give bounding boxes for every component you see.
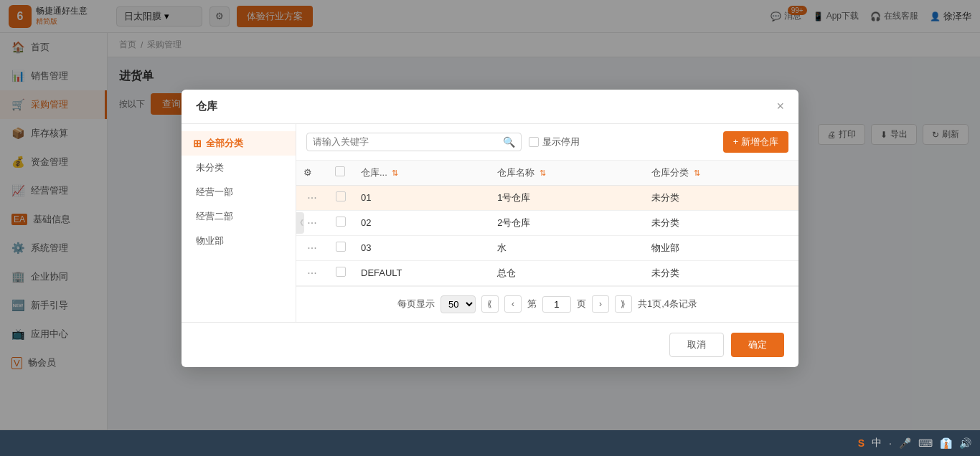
table-header-row: ⚙ 仓库... ⇅ 仓库名称: [296, 161, 798, 186]
row-checkbox[interactable]: [336, 242, 346, 252]
modal-overlay: 仓库 × 《 ⊞ 全部分类 未分类 经营一部 经营二部 物业部: [0, 0, 980, 456]
table-toolbar: 🔍 显示停用 + 新增仓库: [296, 124, 798, 161]
row-code: 03: [354, 235, 490, 260]
modal-body: 《 ⊞ 全部分类 未分类 经营一部 经营二部 物业部 🔍: [182, 124, 798, 322]
modal-close-button[interactable]: ×: [776, 100, 784, 113]
bottom-bar: S 中 · 🎤 ⌨ 👔 🔊: [0, 430, 980, 456]
bottom-icon-s: S: [858, 437, 864, 449]
search-icon[interactable]: 🔍: [503, 136, 515, 148]
table-row[interactable]: ··· DEFAULT 总仓 未分类: [296, 260, 798, 285]
table-panel: 🔍 显示停用 + 新增仓库 ⚙: [296, 124, 798, 322]
sort-icon-category[interactable]: ⇅: [694, 168, 700, 177]
modal-footer: 取消 确定: [182, 322, 798, 367]
page-last-button[interactable]: ⟫: [615, 295, 632, 313]
bottom-icon-mic: 🎤: [899, 437, 911, 449]
th-category: 仓库分类 ⇅: [644, 161, 798, 186]
bottom-icon-zh: 中: [872, 437, 882, 450]
table-row[interactable]: ··· 02 2号仓库 未分类: [296, 210, 798, 235]
per-page-select[interactable]: 50: [440, 295, 476, 313]
th-name-label: 仓库名称: [497, 167, 534, 178]
row-category: 物业部: [644, 235, 798, 260]
row-name: 1号仓库: [490, 185, 644, 210]
category-item-ops1[interactable]: 经营一部: [182, 180, 296, 204]
row-more[interactable]: ···: [296, 185, 328, 210]
sort-icon-name[interactable]: ⇅: [540, 168, 546, 177]
page-next-button[interactable]: ›: [592, 295, 609, 313]
row-checkbox[interactable]: [336, 217, 346, 227]
row-checkbox-cell: [328, 235, 354, 260]
row-code: 02: [354, 210, 490, 235]
modal-title: 仓库: [196, 100, 217, 113]
category-header[interactable]: ⊞ 全部分类: [182, 131, 296, 156]
warehouse-modal: 仓库 × 《 ⊞ 全部分类 未分类 经营一部 经营二部 物业部: [182, 90, 798, 367]
pagination-bar: 每页显示 50 ⟪ ‹ 第 页 › ⟫ 共1页,4条记录: [296, 286, 798, 322]
row-category: 未分类: [644, 185, 798, 210]
page-number-input[interactable]: [542, 296, 571, 313]
select-all-checkbox[interactable]: [335, 166, 345, 176]
row-more[interactable]: ···: [296, 235, 328, 260]
row-name: 总仓: [490, 260, 644, 285]
row-checkbox-cell: [328, 210, 354, 235]
grid-icon: ⊞: [193, 138, 202, 149]
category-all-label: 全部分类: [206, 137, 243, 150]
search-input-wrap: 🔍: [306, 133, 522, 151]
th-settings: ⚙: [296, 161, 328, 186]
row-checkbox[interactable]: [336, 267, 346, 277]
show-disabled-text: 显示停用: [542, 136, 580, 148]
search-input[interactable]: [313, 136, 503, 147]
bottom-icon-keyboard: ⌨: [918, 437, 933, 449]
table-row[interactable]: ··· 01 1号仓库 未分类: [296, 185, 798, 210]
category-item-property[interactable]: 物业部: [182, 229, 296, 253]
th-check: [328, 161, 354, 186]
th-category-label: 仓库分类: [651, 167, 689, 178]
show-disabled-checkbox[interactable]: [529, 137, 539, 147]
row-name: 水: [490, 235, 644, 260]
table-body: ··· 01 1号仓库 未分类 ··· 02 2号仓库 未分类 ··· 03 水…: [296, 185, 798, 285]
th-name: 仓库名称 ⇅: [490, 161, 644, 186]
row-more[interactable]: ···: [296, 260, 328, 285]
show-disabled-label[interactable]: 显示停用: [529, 136, 580, 148]
bottom-icon-volume: 🔊: [959, 437, 971, 449]
collapse-icon: 《: [296, 218, 303, 228]
row-checkbox-cell: [328, 185, 354, 210]
row-checkbox[interactable]: [336, 191, 346, 201]
bottom-icon-dot: ·: [889, 437, 892, 449]
collapse-button[interactable]: 《: [296, 212, 304, 234]
category-panel: 《 ⊞ 全部分类 未分类 经营一部 经营二部 物业部: [182, 124, 296, 322]
page-total-label: 共1页,4条记录: [638, 298, 697, 310]
page-prev-button[interactable]: ‹: [504, 295, 522, 313]
bottom-icon-shirt: 👔: [940, 437, 952, 449]
row-checkbox-cell: [328, 260, 354, 285]
category-item-unclassified[interactable]: 未分类: [182, 156, 296, 180]
row-category: 未分类: [644, 260, 798, 285]
page-prefix-label: 第: [527, 298, 537, 310]
page-suffix-label: 页: [577, 298, 586, 310]
modal-header: 仓库 ×: [182, 90, 798, 124]
page-first-button[interactable]: ⟪: [481, 295, 499, 313]
gear-icon: ⚙: [303, 167, 312, 178]
th-code-label: 仓库...: [361, 167, 387, 178]
th-code: 仓库... ⇅: [354, 161, 490, 186]
category-item-ops2[interactable]: 经营二部: [182, 204, 296, 229]
table-row[interactable]: ··· 03 水 物业部: [296, 235, 798, 260]
sort-icon-code[interactable]: ⇅: [392, 168, 398, 177]
row-code: DEFAULT: [354, 260, 490, 285]
warehouse-table: ⚙ 仓库... ⇅ 仓库名称: [296, 161, 798, 286]
row-category: 未分类: [644, 210, 798, 235]
row-name: 2号仓库: [490, 210, 644, 235]
table-scroll-area: ⚙ 仓库... ⇅ 仓库名称: [296, 161, 798, 286]
confirm-button[interactable]: 确定: [731, 333, 784, 357]
cancel-button[interactable]: 取消: [669, 333, 724, 357]
per-page-label: 每页显示: [397, 298, 435, 310]
new-warehouse-button[interactable]: + 新增仓库: [723, 131, 788, 153]
row-code: 01: [354, 185, 490, 210]
